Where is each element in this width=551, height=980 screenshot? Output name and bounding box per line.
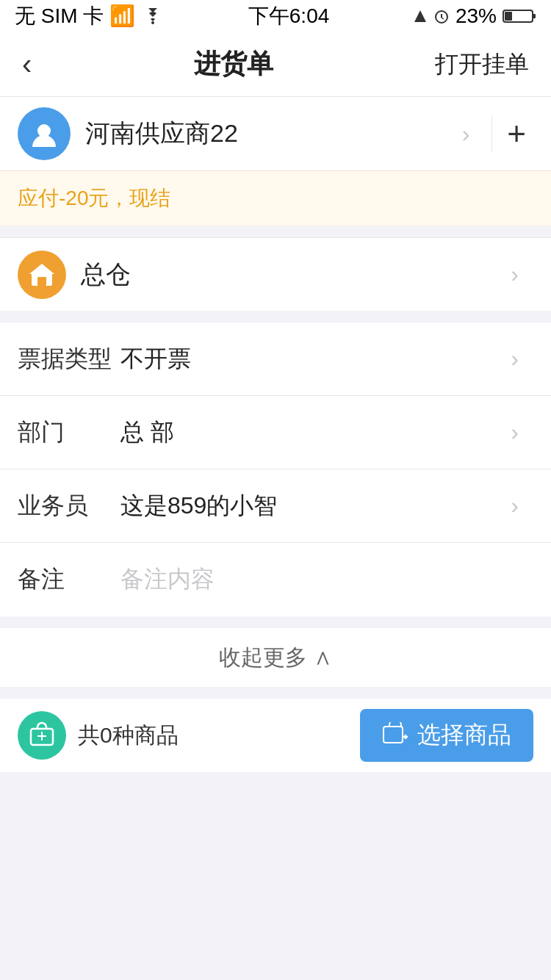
notice-banner: 应付-20元，现结 xyxy=(0,170,551,226)
svg-marker-9 xyxy=(29,264,54,274)
remark-row[interactable]: 备注 备注内容 xyxy=(0,543,551,616)
supplier-section: 河南供应商22 › + 应付-20元，现结 xyxy=(0,97,551,226)
remark-label: 备注 xyxy=(18,563,120,596)
sales-label: 业务员 xyxy=(18,490,120,522)
warehouse-icon xyxy=(18,251,66,299)
bottom-bar: 共0种商品 选择商品 xyxy=(0,699,551,772)
remark-input[interactable]: 备注内容 xyxy=(120,563,533,596)
sales-chevron-icon: › xyxy=(511,492,519,519)
supplier-name: 河南供应商22 xyxy=(85,117,462,151)
select-btn-label: 选择商品 xyxy=(417,719,511,752)
wifi-icon xyxy=(141,8,165,24)
page-title: 进货单 xyxy=(194,46,273,82)
invoice-value: 不开票 xyxy=(120,343,511,375)
sim-wifi-label: 无 SIM 卡 📶 xyxy=(15,2,135,30)
nav-bar: ‹ 进货单 打开挂单 xyxy=(0,32,551,97)
status-right: 23% xyxy=(413,4,536,28)
warehouse-row[interactable]: 总仓 › xyxy=(0,237,551,311)
notice-text: 应付-20元，现结 xyxy=(18,187,170,209)
open-pending-button[interactable]: 打开挂单 xyxy=(435,48,529,81)
dept-label: 部门 xyxy=(18,417,120,449)
svg-rect-10 xyxy=(37,277,46,286)
invoice-chevron-icon: › xyxy=(511,345,519,372)
battery-icon xyxy=(503,8,536,24)
svg-rect-5 xyxy=(533,14,536,18)
back-button[interactable]: ‹ xyxy=(22,48,32,81)
supplier-chevron-icon: › xyxy=(462,120,470,148)
svg-line-3 xyxy=(442,18,444,19)
add-button[interactable]: + xyxy=(500,115,533,152)
divider xyxy=(491,115,492,152)
status-time: 下午6:04 xyxy=(248,2,330,30)
status-bar: 无 SIM 卡 📶 下午6:04 23% xyxy=(0,0,551,32)
dept-value: 总 部 xyxy=(120,417,511,449)
battery-label: 23% xyxy=(455,4,497,28)
svg-point-0 xyxy=(151,21,154,24)
collapse-button[interactable]: 收起更多 ∧ xyxy=(0,628,551,687)
sales-value: 这是859的小智 xyxy=(120,490,511,522)
form-section: 票据类型 不开票 › 部门 总 部 › 业务员 这是859的小智 › 备注 备注… xyxy=(0,323,551,616)
product-count-text: 共0种商品 xyxy=(78,721,179,751)
product-count-icon xyxy=(18,711,66,760)
main-content: 河南供应商22 › + 应付-20元，现结 总仓 › 票据类型 不开票 xyxy=(0,97,551,980)
supplier-row[interactable]: 河南供应商22 › + xyxy=(0,97,551,170)
gray-area xyxy=(0,772,551,980)
invoice-row[interactable]: 票据类型 不开票 › xyxy=(0,323,551,396)
alarm-icon xyxy=(433,8,450,24)
collapse-label: 收起更多 ∧ xyxy=(219,643,331,673)
supplier-avatar xyxy=(18,107,71,160)
sales-row[interactable]: 业务员 这是859的小智 › xyxy=(0,469,551,543)
dept-row[interactable]: 部门 总 部 › xyxy=(0,396,551,469)
location-icon xyxy=(413,9,428,24)
warehouse-name: 总仓 xyxy=(81,258,511,292)
select-product-icon xyxy=(382,722,408,749)
invoice-label: 票据类型 xyxy=(18,343,120,375)
select-product-button[interactable]: 选择商品 xyxy=(360,709,533,762)
product-count-wrap: 共0种商品 xyxy=(18,711,179,760)
warehouse-chevron-icon: › xyxy=(511,261,519,288)
warehouse-section: 总仓 › xyxy=(0,237,551,311)
svg-rect-6 xyxy=(505,12,512,21)
svg-rect-14 xyxy=(383,727,403,743)
status-left: 无 SIM 卡 📶 xyxy=(15,2,165,30)
dept-chevron-icon: › xyxy=(511,419,519,446)
